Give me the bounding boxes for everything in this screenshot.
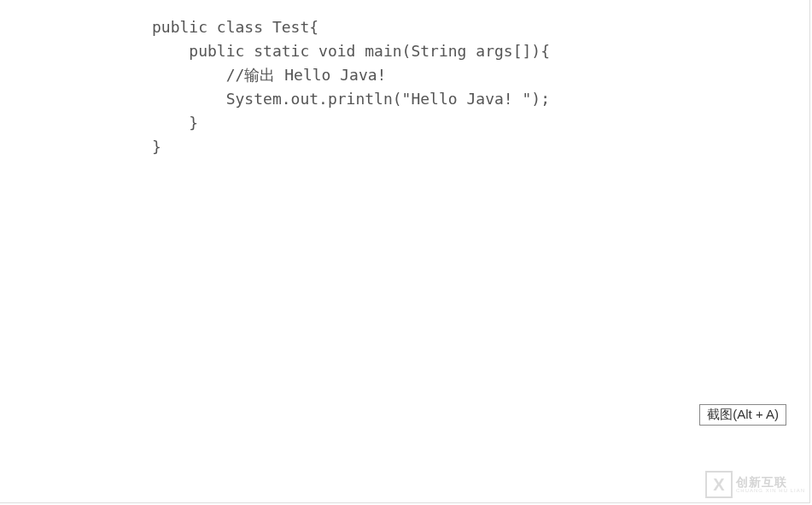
watermark-logo-icon: X — [705, 471, 733, 498]
code-line-3: //输出 Hello Java! — [152, 66, 386, 84]
code-line-6: } — [152, 138, 161, 156]
watermark-brand-en: CHUANG XIN HU LIAN — [736, 488, 805, 493]
tooltip-label: 截图(Alt + A) — [707, 407, 779, 421]
code-line-4: System.out.println("Hello Java! "); — [152, 90, 550, 108]
watermark-logo-letter: X — [713, 475, 724, 495]
watermark-brand-cn: 创新互联 — [736, 476, 805, 488]
code-line-1: public class Test{ — [152, 18, 318, 36]
watermark: X 创新互联 CHUANG XIN HU LIAN — [705, 471, 805, 498]
watermark-text: 创新互联 CHUANG XIN HU LIAN — [736, 476, 805, 493]
code-block: public class Test{ public static void ma… — [152, 15, 550, 159]
code-line-2: public static void main(String args[]){ — [152, 42, 550, 60]
screenshot-tooltip: 截图(Alt + A) — [699, 404, 786, 426]
code-line-5: } — [152, 114, 198, 132]
